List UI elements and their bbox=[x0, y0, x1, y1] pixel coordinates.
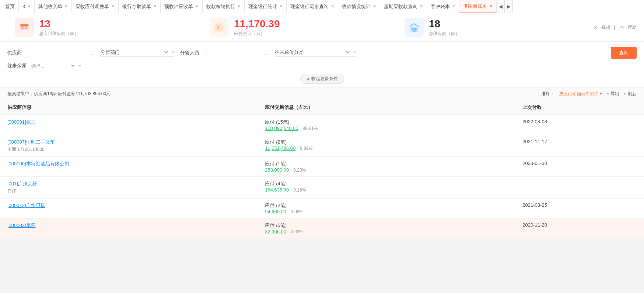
close-icon[interactable]: ✕ bbox=[111, 4, 115, 9]
nav-tab-supplier-book-label: 供应商账本 bbox=[463, 3, 487, 10]
close-icon[interactable]: ✕ bbox=[64, 4, 68, 9]
amount-link[interactable]: 100,092,540.00 bbox=[265, 125, 298, 131]
nav-tab-overdue-ar[interactable]: 超期应收款查询 ✕ bbox=[380, 0, 427, 13]
nav-tab-receipt-stat[interactable]: 收款情况统计 ✕ bbox=[338, 0, 380, 13]
amount-link[interactable]: 94,600.00 bbox=[265, 209, 286, 214]
last-payment-cell: 2020-11-20 bbox=[515, 218, 644, 238]
summary-bar: 13 总应付供应商（家） ¥ 11,170.39 应付合计（万） 1 bbox=[0, 13, 644, 42]
close-icon[interactable]: ✕ bbox=[27, 4, 31, 9]
last-payment-date: 2023-01-30 bbox=[522, 161, 547, 166]
export-button[interactable]: ○ 导出 bbox=[606, 91, 619, 97]
export-label: 导出 bbox=[610, 91, 619, 97]
nav-prev-arrow[interactable]: ◀ bbox=[497, 0, 505, 13]
supplier-cell: [001]广州荣轩仔仔 bbox=[0, 177, 258, 199]
nav-tab-home-label: 首页 bbox=[5, 3, 15, 10]
transaction-cell: 应付(2笔)94,600.000.08% bbox=[258, 199, 515, 218]
nav-tab-receipt-stat-label: 收款情况统计 bbox=[342, 3, 371, 10]
close-icon[interactable]: ✕ bbox=[279, 4, 283, 9]
summary-value-total: 18 bbox=[429, 18, 460, 30]
nav-tab-cash-bank-flow-label: 现金银行流水查询 bbox=[290, 3, 329, 10]
pct-value: 0.03% bbox=[291, 229, 303, 234]
close-icon[interactable]: ✕ bbox=[489, 4, 493, 8]
supplier-sub: 仔仔 bbox=[7, 188, 250, 194]
close-icon[interactable]: ✕ bbox=[452, 4, 455, 9]
supplier-link[interactable]: [001]广州荣轩 bbox=[7, 181, 37, 186]
refresh-button[interactable]: ○ 刷新 bbox=[624, 91, 637, 97]
tx-amount-row: 258,000.000.23% bbox=[265, 167, 508, 173]
video-link[interactable]: 视频 bbox=[601, 24, 610, 31]
chevron-down-icon: ▾ bbox=[172, 50, 174, 55]
nav-tab-cash-bank-flow[interactable]: 现金银行流水查询 ✕ bbox=[287, 0, 338, 13]
tx-type-label: 应付 bbox=[265, 181, 274, 186]
nav-tab-receipt-verify[interactable]: 收款核销执行 ✕ bbox=[203, 0, 245, 13]
tx-info: 应付(4笔) bbox=[265, 180, 508, 187]
help-link[interactable]: 帮助 bbox=[628, 24, 637, 31]
tx-count: (2笔) bbox=[276, 203, 287, 208]
supplier-cell: [000002]李四 bbox=[0, 218, 258, 238]
balance-field: 往来余额 选择... ▾ bbox=[7, 62, 81, 70]
nav-tab-cash-bank-stat[interactable]: 现金银行统计 ✕ bbox=[245, 0, 287, 13]
result-amount-label: 应付金额111,703,854.00元 bbox=[58, 91, 111, 96]
transaction-cell: 应付(2笔)11,051,486.009.89% bbox=[258, 135, 515, 157]
nav-tab-prepay-ar[interactable]: 预收冲应收单 ✕ bbox=[161, 0, 203, 13]
person-field: 分管人员 ... bbox=[180, 48, 269, 57]
supplier-link[interactable]: [000100]本特勤油品有限公司 bbox=[7, 161, 69, 166]
nav-tab-other-income[interactable]: 其他收入单 ✕ bbox=[35, 0, 72, 13]
nav-tab-ar-ap-adjust[interactable]: 应收应付调整单 ✕ bbox=[72, 0, 119, 13]
nav-tab-ar-ap-adjust-label: 应收应付调整单 bbox=[76, 3, 109, 10]
amount-link[interactable]: 11,051,486.00 bbox=[265, 145, 295, 151]
amount-link[interactable]: 164,635.90 bbox=[265, 187, 289, 193]
chevron-down-icon-3: ▾ bbox=[79, 63, 81, 68]
close-icon[interactable]: ✕ bbox=[420, 4, 423, 9]
supplier-link[interactable]: [000001]张三 bbox=[7, 119, 36, 125]
tx-count: (4笔) bbox=[276, 181, 287, 186]
query-button[interactable]: 查询 bbox=[611, 47, 637, 59]
nav-tab-bank-deposit[interactable]: 银行存取款单 ✕ bbox=[119, 0, 161, 13]
nav-tab-customer-book[interactable]: 客户账本 ✕ bbox=[427, 0, 459, 13]
nav-next-arrow[interactable]: ▶ bbox=[505, 0, 513, 13]
last-payment-date: 2021-11-17 bbox=[522, 139, 547, 144]
nav-tab-cash-bank-stat-label: 现金银行统计 bbox=[248, 3, 277, 10]
search-area: 供应商 ... 分管部门 ▾ 分管人员 ... 往来单位分类 ▾ 查询 往来余额 bbox=[0, 42, 644, 88]
person-input[interactable] bbox=[202, 48, 261, 57]
supplier-field: 供应商 ... bbox=[7, 48, 95, 57]
dept-select[interactable] bbox=[123, 49, 169, 55]
last-payment-date: 2021-03-25 bbox=[522, 202, 547, 208]
last-payment-cell: 2023-01-30 bbox=[515, 157, 644, 177]
close-icon[interactable]: ✕ bbox=[237, 4, 241, 9]
close-icon[interactable]: ✕ bbox=[153, 4, 157, 9]
tx-type-label: 应付 bbox=[265, 161, 274, 166]
tx-amount-row: 94,600.000.08% bbox=[265, 209, 508, 214]
nav-tab-supplier-book[interactable]: 供应商账本 ✕ bbox=[459, 0, 497, 13]
collapse-button[interactable]: ∧ 收起更多条件 bbox=[300, 74, 344, 84]
nav-tab-3[interactable]: 3 ✕ bbox=[19, 0, 35, 13]
search-row-1: 供应商 ... 分管部门 ▾ 分管人员 ... 往来单位分类 ▾ 查询 bbox=[7, 47, 637, 59]
transaction-cell: 应付(4笔)164,635.900.15% bbox=[258, 177, 515, 199]
transaction-cell: 应付(5笔)32,366.000.03% bbox=[258, 218, 515, 238]
category-label: 往来单位分类 bbox=[275, 49, 304, 56]
supplier-link[interactable]: [000002]李四 bbox=[7, 223, 36, 228]
summary-content-amount: 11,170.39 应付合计（万） bbox=[234, 18, 280, 37]
supplier-link[interactable]: [000007]恒旺二手叉车 bbox=[7, 139, 55, 145]
supplier-input[interactable] bbox=[28, 48, 87, 57]
close-icon[interactable]: ✕ bbox=[373, 4, 376, 9]
tx-amount-row: 100,092,540.0089.61% bbox=[265, 125, 508, 131]
nav-tab-home[interactable]: 首页 bbox=[1, 0, 19, 13]
tx-amount-row: 32,366.000.03% bbox=[265, 229, 508, 234]
amount-link[interactable]: 258,000.00 bbox=[265, 167, 289, 173]
supplier-link[interactable]: [000012]广州贝瑞 bbox=[7, 203, 45, 208]
tx-count: (2笔) bbox=[276, 139, 287, 145]
category-select[interactable] bbox=[307, 49, 351, 55]
tx-type-label: 应付 bbox=[265, 223, 274, 228]
amount-link[interactable]: 32,366.00 bbox=[265, 229, 286, 234]
collapse-icon: ∧ bbox=[307, 76, 310, 82]
summary-value-amount: 11,170.39 bbox=[234, 18, 280, 30]
last-payment-date: 2020-11-20 bbox=[522, 222, 547, 228]
svg-rect-9 bbox=[415, 28, 417, 30]
close-icon[interactable]: ✕ bbox=[195, 4, 199, 9]
close-icon[interactable]: ✕ bbox=[331, 4, 334, 9]
chevron-down-icon-2: ▾ bbox=[354, 50, 356, 55]
balance-select[interactable]: 选择... bbox=[29, 63, 76, 69]
sort-value-button[interactable]: 按应付余额倒序排序 ▾ bbox=[559, 91, 602, 97]
tx-info: 应付(2笔) bbox=[265, 202, 508, 209]
